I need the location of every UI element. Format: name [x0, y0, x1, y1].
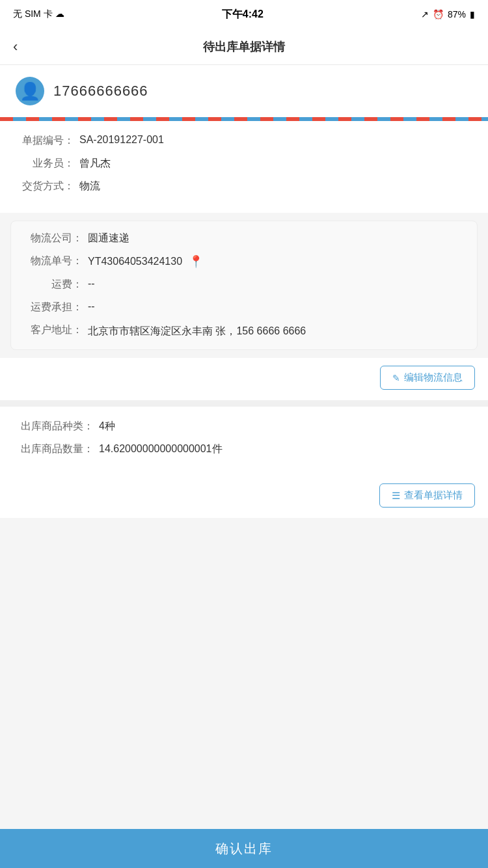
customer-section: 👤 17666666666 [0, 65, 488, 117]
goods-quantity-label: 出库商品数量： [16, 442, 94, 456]
customer-phone: 17666666666 [53, 83, 148, 100]
view-details-area: ☰ 查看单据详情 [0, 476, 488, 518]
delivery-label: 交货方式： [16, 180, 74, 193]
goods-types-label: 出库商品种类： [16, 420, 94, 433]
sim-status: 无 SIM 卡 ☁ [13, 8, 64, 20]
goods-types-value: 4种 [99, 420, 472, 433]
freight-value: -- [88, 278, 464, 290]
status-bar: 无 SIM 卡 ☁ 下午4:42 ↗ ⏰ 87% ▮ [0, 0, 488, 29]
page-title: 待出库单据详情 [203, 39, 285, 55]
battery-text: 87% [448, 9, 466, 20]
order-no-label: 单据编号： [16, 134, 74, 148]
alarm-icon: ⏰ [433, 9, 444, 20]
logistics-company-value: 圆通速递 [88, 232, 464, 245]
section-divider [0, 400, 488, 407]
logistics-card: 物流公司： 圆通速递 物流单号： YT43064053424130 📍 运费： … [10, 221, 478, 350]
order-info-section: 单据编号： SA-20191227-001 业务员： 曾凡杰 交货方式： 物流 [0, 121, 488, 213]
goods-quantity-value: 14.62000000000000001件 [99, 442, 472, 456]
edit-logistics-area: ✎ 编辑物流信息 [0, 358, 488, 400]
bottom-spacer [0, 518, 488, 635]
goods-quantity-row: 出库商品数量： 14.62000000000000001件 [16, 442, 472, 456]
delivery-value: 物流 [79, 180, 472, 193]
confirm-button-area: 确认出库 [0, 829, 488, 868]
confirm-outbound-button[interactable]: 确认出库 [0, 829, 488, 868]
salesman-value: 曾凡杰 [79, 157, 472, 170]
edit-logistics-button[interactable]: ✎ 编辑物流信息 [380, 366, 475, 390]
location-status-icon: ↗ [421, 9, 429, 20]
edit-icon: ✎ [392, 373, 400, 383]
salesman-label: 业务员： [16, 157, 74, 170]
order-no-row: 单据编号： SA-20191227-001 [16, 134, 472, 148]
freight-row: 运费： -- [24, 278, 464, 292]
logistics-company-label: 物流公司： [24, 232, 83, 245]
freight-bearer-value: -- [88, 301, 464, 312]
view-details-button[interactable]: ☰ 查看单据详情 [379, 483, 475, 508]
person-icon: 👤 [20, 81, 40, 102]
freight-bearer-label: 运费承担： [24, 301, 83, 314]
nav-bar: ‹ 待出库单据详情 [0, 29, 488, 65]
freight-bearer-row: 运费承担： -- [24, 301, 464, 314]
status-time: 下午4:42 [222, 8, 264, 21]
salesman-row: 业务员： 曾凡杰 [16, 157, 472, 170]
goods-types-row: 出库商品种类： 4种 [16, 420, 472, 433]
tracking-number: YT43064053424130 [88, 256, 182, 267]
status-right: ↗ ⏰ 87% ▮ [421, 9, 475, 20]
address-label: 客户地址： [24, 323, 83, 337]
address-row: 客户地址： 北京市市辖区海淀区永丰南 张，156 6666 6666 [24, 323, 464, 339]
status-left: 无 SIM 卡 ☁ [13, 8, 64, 20]
logistics-tracking-row: 物流单号： YT43064053424130 📍 [24, 254, 464, 269]
address-value: 北京市市辖区海淀区永丰南 张，156 6666 6666 [88, 323, 464, 339]
map-pin-icon[interactable]: 📍 [189, 254, 203, 269]
logistics-company-row: 物流公司： 圆通速递 [24, 232, 464, 245]
view-details-label: 查看单据详情 [404, 489, 463, 502]
tracking-value-container: YT43064053424130 📍 [88, 254, 464, 269]
avatar: 👤 [16, 77, 44, 105]
battery-icon: ▮ [470, 9, 475, 20]
goods-section: 出库商品种类： 4种 出库商品数量： 14.62000000000000001件 [0, 407, 488, 476]
back-button[interactable]: ‹ [13, 38, 18, 55]
order-no-value: SA-20191227-001 [79, 134, 472, 146]
edit-logistics-label: 编辑物流信息 [404, 372, 463, 384]
freight-label: 运费： [24, 278, 83, 292]
list-icon: ☰ [392, 490, 400, 502]
logistics-tracking-label: 物流单号： [24, 254, 83, 268]
delivery-row: 交货方式： 物流 [16, 180, 472, 193]
